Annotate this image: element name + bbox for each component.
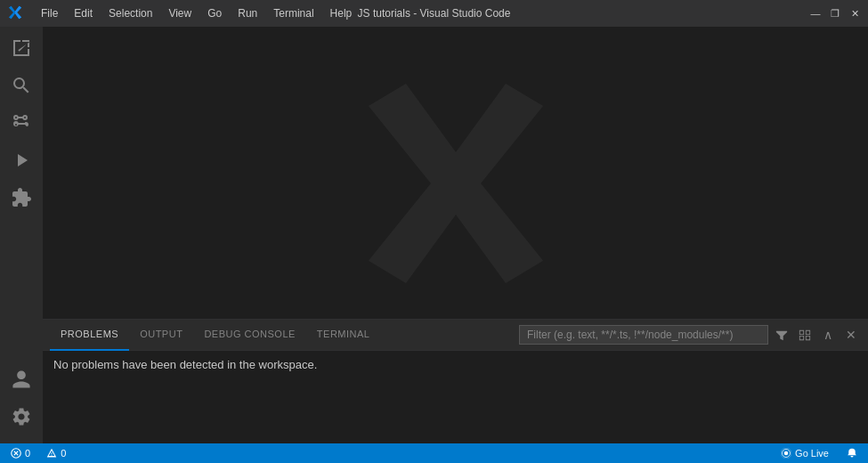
menu-run[interactable]: Run — [231, 5, 264, 21]
bell-icon — [847, 448, 857, 459]
go-live-icon — [781, 448, 791, 459]
main-area: PROBLEMS OUTPUT DEBUG CONSOLE TERMINAL — [0, 27, 868, 443]
search-icon[interactable] — [4, 68, 39, 103]
error-icon — [11, 448, 21, 459]
watermark-logo — [331, 59, 580, 311]
activity-bar-bottom — [4, 361, 39, 443]
filter-input[interactable] — [519, 325, 768, 345]
menu-selection[interactable]: Selection — [101, 5, 159, 21]
status-bar: 0 0 Go Live — [0, 443, 868, 463]
close-button[interactable]: ✕ — [848, 7, 861, 20]
extensions-icon[interactable] — [4, 180, 39, 215]
warnings-status[interactable]: 0 — [43, 443, 69, 463]
go-live-label: Go Live — [795, 448, 829, 459]
status-bar-left: 0 0 — [7, 443, 69, 463]
svg-point-1 — [784, 451, 789, 456]
accounts-icon[interactable] — [4, 361, 39, 397]
chevron-up-icon[interactable]: ∧ — [818, 325, 838, 345]
minimize-button[interactable]: — — [809, 7, 822, 20]
menu-bar: File Edit Selection View Go Run Terminal… — [34, 5, 359, 21]
collapse-all-button[interactable] — [795, 325, 815, 345]
error-count: 0 — [25, 448, 30, 459]
status-bar-right: Go Live — [775, 443, 861, 463]
panel-content: No problems have been detected in the wo… — [43, 351, 868, 443]
warning-icon — [46, 448, 57, 459]
explorer-icon[interactable] — [4, 30, 39, 66]
panel-area: PROBLEMS OUTPUT DEBUG CONSOLE TERMINAL — [43, 319, 868, 443]
tab-terminal[interactable]: TERMINAL — [306, 320, 381, 351]
close-panel-button[interactable]: ✕ — [841, 325, 861, 345]
run-debug-icon[interactable] — [4, 142, 39, 178]
menu-view[interactable]: View — [161, 5, 199, 21]
vscode-logo-icon — [7, 4, 23, 23]
warning-count: 0 — [61, 448, 66, 459]
filter-button[interactable] — [772, 325, 791, 345]
activity-bar — [0, 27, 43, 443]
menu-terminal[interactable]: Terminal — [266, 5, 320, 21]
window-title: JS tutorials - Visual Studio Code — [358, 7, 511, 20]
errors-status[interactable]: 0 — [7, 443, 34, 463]
menu-file[interactable]: File — [34, 5, 65, 21]
panel-tab-actions: ∧ ✕ — [519, 325, 861, 345]
tab-output[interactable]: OUTPUT — [129, 320, 193, 351]
panel-tabs: PROBLEMS OUTPUT DEBUG CONSOLE TERMINAL — [43, 320, 868, 351]
title-bar-left: File Edit Selection View Go Run Terminal… — [7, 4, 359, 23]
tab-problems[interactable]: PROBLEMS — [50, 320, 129, 351]
go-live-button[interactable]: Go Live — [775, 443, 834, 463]
menu-edit[interactable]: Edit — [67, 5, 100, 21]
title-bar: File Edit Selection View Go Run Terminal… — [0, 0, 868, 27]
source-control-icon[interactable] — [4, 105, 39, 141]
menu-go[interactable]: Go — [200, 5, 229, 21]
editor-area: PROBLEMS OUTPUT DEBUG CONSOLE TERMINAL — [43, 27, 868, 443]
menu-help[interactable]: Help — [323, 5, 360, 21]
notification-icon[interactable] — [843, 443, 861, 463]
tab-debug-console[interactable]: DEBUG CONSOLE — [193, 320, 305, 351]
settings-icon[interactable] — [4, 399, 39, 435]
window-controls: — ❐ ✕ — [809, 7, 861, 20]
no-problems-text: No problems have been detected in the wo… — [53, 358, 317, 371]
maximize-button[interactable]: ❐ — [829, 7, 841, 20]
